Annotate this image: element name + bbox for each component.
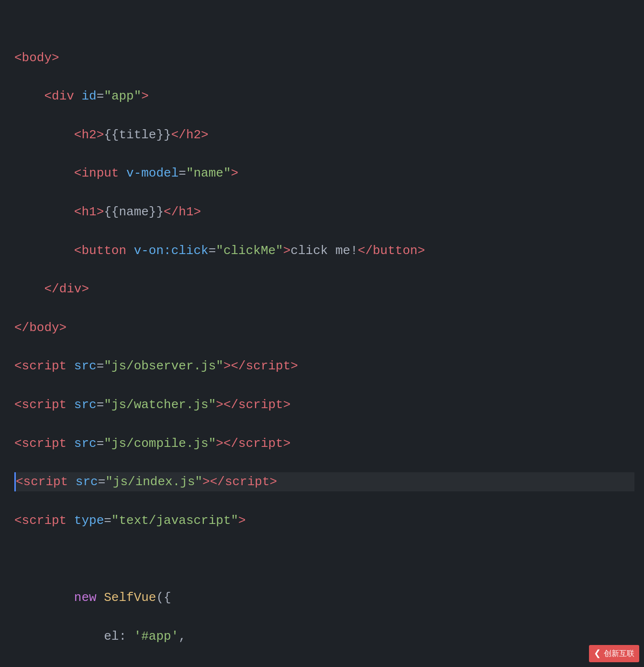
watermark-text: 创新互联 [604, 648, 634, 660]
line-body-open: <body> [14, 48, 634, 67]
line-div-close: </div> [14, 279, 634, 299]
line-h2: <h2>{{title}}</h2> [14, 125, 634, 145]
line-el: el: '#app', [14, 627, 634, 646]
code-editor: <body> <div id="app"> <h2>{{title}}</h2>… [0, 5, 644, 667]
line-script-type: <script type="text/javascript"> [14, 511, 634, 530]
line-script-observer: <script src="js/observer.js"></script> [14, 356, 634, 376]
line-body-close: </body> [14, 318, 634, 337]
line-script-index: <script src="js/index.js"></script> [14, 472, 634, 491]
line-script-watcher: <script src="js/watcher.js"></script> [14, 395, 634, 414]
watermark: ❮ 创新互联 [589, 645, 639, 662]
line-data-open: data: { [14, 665, 634, 667]
line-input: <input v-model="name"> [14, 164, 634, 183]
line-h1: <h1>{{name}}</h1> [14, 202, 634, 222]
line-blank1 [14, 549, 634, 568]
line-script-compile: <script src="js/compile.js"></script> [14, 434, 634, 453]
watermark-icon: ❮ [594, 647, 601, 660]
line-div-open: <div id="app"> [14, 87, 634, 106]
line-button: <button v-on:click="clickMe">click me!</… [14, 241, 634, 260]
line-new-selfvue: new SelfVue({ [14, 588, 634, 607]
